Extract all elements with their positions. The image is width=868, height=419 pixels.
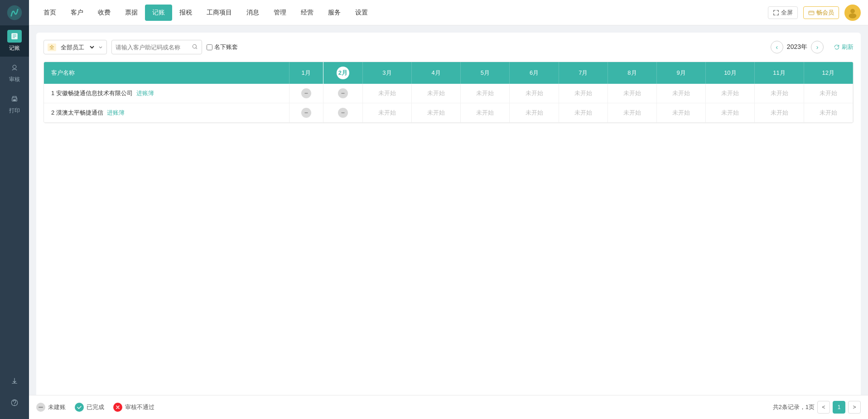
status-not-started-text: 未开始 [623, 90, 641, 96]
nav-message[interactable]: 消息 [239, 0, 266, 25]
month-cell-m2 [323, 84, 362, 103]
month-cell-m3: 未开始 [362, 84, 411, 103]
content: 全 全部员工 [29, 25, 868, 395]
status-not-started-text: 未开始 [672, 90, 690, 96]
table-header-row: 客户名称 1月 2月 3月 4月 5月 6月 7月 8月 9月 10月 11月 [44, 62, 853, 84]
total-records: 共2条记录，1页 [773, 403, 815, 411]
checkbox-label[interactable]: 名下账套 [207, 43, 238, 51]
prev-page-button[interactable]: < [817, 401, 830, 414]
year-nav: ‹ 2023年 › [771, 41, 824, 53]
status-not-started-text: 未开始 [574, 90, 592, 96]
vip-button[interactable]: 畅会员 [803, 6, 839, 19]
sidebar-item-support[interactable] [0, 392, 29, 414]
legend-label-rejected: 审核不通过 [125, 403, 154, 411]
status-not-started-text: 未开始 [378, 109, 396, 116]
book-icon [7, 30, 22, 43]
sidebar: 记账 审核 打印 [0, 0, 29, 419]
col-header-m6: 6月 [510, 62, 559, 84]
nav-billing[interactable]: 收费 [91, 0, 118, 25]
col-header-m9: 9月 [657, 62, 706, 84]
svg-point-13 [850, 9, 855, 13]
col-header-m3: 3月 [362, 62, 411, 84]
search-input[interactable] [116, 44, 192, 51]
nav-customer[interactable]: 客户 [63, 0, 91, 25]
employee-select[interactable]: 全部员工 [59, 43, 96, 51]
page-1-button[interactable]: 1 [833, 401, 845, 414]
nav-business[interactable]: 工商项目 [199, 0, 239, 25]
refresh-icon [834, 44, 840, 50]
print-icon [7, 92, 22, 105]
month-cell-m4: 未开始 [412, 103, 461, 123]
col-header-m10: 10月 [706, 62, 755, 84]
refresh-button[interactable]: 刷新 [834, 43, 854, 51]
status-not-started-text: 未开始 [526, 109, 543, 116]
nav-home[interactable]: 首页 [36, 0, 63, 25]
sidebar-item-bookkeeping[interactable]: 记账 [0, 25, 29, 57]
legend-rejected: 审核不通过 [113, 403, 154, 412]
status-not-built-circle [338, 108, 348, 118]
col-header-m12: 12月 [804, 62, 853, 84]
avatar[interactable] [844, 5, 861, 21]
status-not-started-text: 未开始 [623, 109, 641, 116]
col-header-m1: 1月 [289, 62, 323, 84]
status-not-started-text: 未开始 [378, 90, 396, 96]
month-cell-m3: 未开始 [362, 103, 411, 123]
col-header-m7: 7月 [559, 62, 608, 84]
legend-label-not-built: 未建账 [48, 403, 66, 411]
month-cell-m9: 未开始 [657, 84, 706, 103]
month-cell-m1 [289, 103, 323, 123]
month-cell-m5: 未开始 [461, 84, 510, 103]
status-not-started-text: 未开始 [526, 90, 543, 96]
svg-point-14 [849, 13, 857, 18]
prev-year-button[interactable]: ‹ [771, 41, 783, 53]
customer-name-cell: 1 安徽畅捷通信息技术有限公司进账簿 [44, 84, 289, 103]
legend-dot-grey [36, 403, 45, 412]
sidebar-item-label-audit: 审核 [9, 76, 20, 83]
next-year-button[interactable]: › [811, 41, 824, 53]
sidebar-item-audit[interactable]: 审核 [0, 57, 29, 88]
customer-name-cell: 2 漠澳太平畅捷通信进账簿 [44, 103, 289, 123]
check-icon [77, 405, 82, 409]
enter-ledger-link[interactable]: 进账簿 [107, 109, 125, 116]
month-cell-m6: 未开始 [510, 103, 559, 123]
status-not-built-circle [301, 108, 311, 118]
nav-service[interactable]: 服务 [321, 0, 348, 25]
search-button[interactable] [192, 43, 198, 51]
employee-select-wrapper: 全 全部员工 [43, 40, 107, 54]
enter-ledger-link[interactable]: 进账簿 [136, 90, 154, 96]
nav-manage[interactable]: 管理 [266, 0, 294, 25]
status-not-started-text: 未开始 [427, 109, 445, 116]
month-cell-m8: 未开始 [608, 84, 656, 103]
col-header-m8: 8月 [608, 62, 656, 84]
month-cell-m1 [289, 84, 323, 103]
my-accounts-checkbox[interactable] [207, 44, 212, 50]
status-not-started-text: 未开始 [427, 90, 445, 96]
month-cell-m5: 未开始 [461, 103, 510, 123]
legend-label-done: 已完成 [87, 403, 104, 411]
sidebar-item-label-bookkeeping: 记账 [9, 44, 20, 52]
refresh-label: 刷新 [842, 43, 854, 51]
month-cell-m10: 未开始 [706, 84, 755, 103]
fullscreen-label: 全屏 [781, 9, 793, 17]
topnav: 首页 客户 收费 票据 记账 报税 工商项目 消息 管理 经营 服务 设置 全屏 [29, 0, 868, 25]
month-cell-m12: 未开始 [804, 84, 853, 103]
status-not-started-text: 未开始 [574, 109, 592, 116]
nav-bookkeeping[interactable]: 记账 [145, 5, 172, 21]
month-cell-m7: 未开始 [559, 103, 608, 123]
nav-settings[interactable]: 设置 [348, 0, 375, 25]
customer-index: 2 漠澳太平畅捷通信 [51, 109, 103, 116]
status-not-started-text: 未开始 [721, 109, 739, 116]
nav-tax[interactable]: 报税 [172, 0, 199, 25]
toolbar: 全 全部员工 [43, 40, 854, 54]
vip-icon [808, 10, 815, 16]
fullscreen-button[interactable]: 全屏 [768, 6, 798, 19]
month-cell-m4: 未开始 [412, 84, 461, 103]
sidebar-item-download[interactable] [0, 370, 29, 392]
next-page-button[interactable]: > [848, 401, 861, 414]
col-header-name: 客户名称 [44, 62, 289, 84]
content-card: 全 全部员工 [36, 33, 861, 395]
svg-point-10 [14, 405, 15, 406]
nav-invoice[interactable]: 票据 [118, 0, 145, 25]
nav-operation[interactable]: 经营 [294, 0, 321, 25]
sidebar-item-print[interactable]: 打印 [0, 88, 29, 119]
